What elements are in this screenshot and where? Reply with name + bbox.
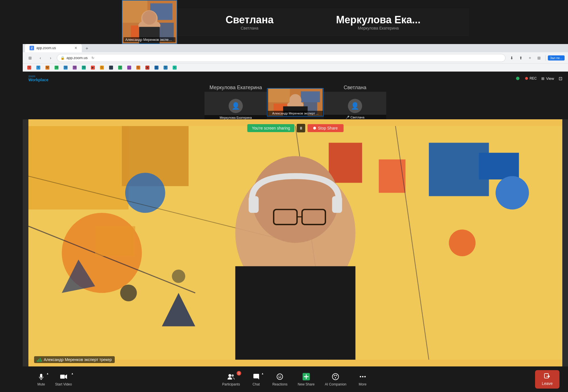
zoom-logo-bottom: Workplace	[28, 78, 49, 82]
main-video: You're screen sharing ⏸ Stop Share	[28, 119, 562, 366]
top-name-cards: Светлана Светлана Меркулова Ека... Мерку…	[177, 8, 469, 36]
chat-icon	[252, 372, 261, 381]
new-window-btn[interactable]: ＋	[526, 54, 534, 62]
svg-rect-26	[329, 143, 362, 183]
toolbar-center: 3 Participants ▲ Chat	[218, 370, 373, 389]
bookmark-favicon-9: G	[100, 66, 104, 70]
bookmark-item-11[interactable]: Y	[116, 64, 124, 71]
bookmark-item-2[interactable]: Y	[34, 64, 43, 71]
bookmark-item-3[interactable]: M	[43, 64, 52, 71]
browser-nav-bar: ⊞ ‹ › 🔒 app.zoom.us ↻ ⬇ ⬆ ＋ ⊞ Зал пе...	[23, 52, 568, 64]
chat-caret[interactable]: ▲	[261, 372, 264, 375]
bookmark-item-4[interactable]: 39	[52, 64, 61, 71]
p1-name: Меркулова Екатерина	[210, 85, 262, 91]
mute-icon	[37, 372, 46, 381]
reactions-btn[interactable]: Reactions	[268, 370, 291, 389]
tab-close[interactable]: ✕	[74, 46, 77, 50]
profile-btn[interactable]: Зал пе...	[548, 55, 565, 61]
bookmark-item-9[interactable]: G	[98, 64, 106, 71]
video-caret[interactable]: ▲	[71, 372, 74, 375]
video-btn[interactable]: ▲ Start Video	[51, 370, 76, 389]
zoom-more-btn[interactable]: ⊡	[559, 76, 562, 81]
svg-rect-37	[95, 226, 135, 256]
ai-companion-btn[interactable]: AI Companion	[321, 370, 350, 389]
forward-btn[interactable]: ›	[47, 54, 55, 62]
bookmark-item-16[interactable]: Y	[161, 64, 170, 71]
bookmark-item[interactable]: Y	[25, 64, 34, 71]
svg-marker-47	[65, 374, 67, 379]
status-dot	[516, 77, 519, 80]
rec-label: REC	[530, 76, 537, 80]
bookmark-favicon-13: G	[136, 66, 140, 70]
bookmark-item-5[interactable]: 39	[61, 64, 70, 71]
svg-point-7	[143, 11, 156, 25]
bookmark-favicon-2: Y	[36, 66, 40, 70]
url-bar[interactable]: 🔒 app.zoom.us ↻	[57, 54, 506, 62]
new-tab-btn[interactable]: ＋	[83, 44, 91, 52]
svg-rect-11	[301, 91, 320, 102]
video-icon	[59, 372, 68, 381]
connection-status	[516, 77, 521, 80]
mute-btn[interactable]: ▲ Mute	[31, 370, 51, 389]
bookmark-favicon-17: +	[173, 66, 177, 70]
bookmark-item-12[interactable]: ...	[125, 64, 133, 71]
bookmark-item-10[interactable]: M	[107, 64, 115, 71]
participant-tile-1[interactable]: 👤 Меркулова Екатерина	[204, 92, 267, 120]
audio-bar-3	[40, 358, 41, 362]
sidebar-toggle-btn[interactable]: ⊞	[26, 54, 34, 62]
more-icon	[358, 372, 367, 381]
lock-icon: 🔒	[60, 56, 65, 60]
audio-bar-1	[37, 360, 38, 362]
bookmark-item-8[interactable]: ▶	[89, 64, 97, 71]
leave-btn[interactable]: Leave	[535, 370, 559, 389]
more-label: More	[359, 382, 366, 386]
top-name-svetlana: Светлана	[208, 14, 291, 26]
svg-rect-41	[332, 196, 342, 213]
bookmark-favicon-16: Y	[164, 66, 168, 70]
svg-rect-46	[60, 375, 65, 379]
rec-indicator: REC	[525, 76, 537, 80]
share-btn[interactable]: ⬆	[517, 54, 525, 62]
reload-icon[interactable]: ↻	[91, 56, 94, 60]
stop-share-btn[interactable]: Stop Share	[308, 124, 343, 132]
bookmark-favicon-6: 39	[73, 66, 77, 70]
view-btn[interactable]: ⊞ View	[541, 76, 554, 81]
rec-dot	[525, 77, 528, 80]
bookmark-item-17[interactable]: +	[170, 64, 179, 71]
more-btn[interactable]: More	[353, 370, 373, 389]
participants-btn[interactable]: 3 Participants	[218, 370, 244, 389]
pause-share-btn[interactable]: ⏸	[297, 124, 305, 132]
bookmark-item-6[interactable]: 39	[70, 64, 79, 71]
top-sublabel-merkul: Меркулова Екатерина	[358, 26, 399, 30]
bookmark-favicon-11: Y	[118, 66, 122, 70]
back-btn[interactable]: ‹	[36, 54, 44, 62]
bookmark-item-7[interactable]: 39	[80, 64, 88, 71]
participant-tile-2[interactable]: Александр Меренков эксперт ...	[267, 88, 324, 116]
bookmark-favicon-15: E	[154, 66, 158, 70]
bookmark-item-15[interactable]: E	[152, 64, 161, 71]
bookmark-item-13[interactable]: G	[134, 64, 143, 71]
bookmark-item-14[interactable]: ●	[143, 64, 152, 71]
svg-point-56	[360, 376, 361, 378]
toolbar-left: ▲ Mute ▲	[31, 370, 76, 389]
top-sublabel-svetlana: Светлана	[241, 26, 258, 30]
bookmark-favicon-5: 39	[64, 66, 68, 70]
ai-companion-icon	[331, 372, 340, 381]
bookmark-favicon-4: 39	[55, 66, 59, 70]
browser-tab[interactable]: Z app.zoom.us ✕	[25, 44, 82, 52]
chat-btn[interactable]: ▲ Chat	[246, 370, 266, 389]
bookmark-favicon-1: Y	[27, 66, 31, 70]
participant-col-3: Светлана 👤 🎤 Светлана	[324, 85, 386, 120]
download-btn[interactable]: ⬇	[508, 54, 516, 62]
participant-strip: Меркулова Екатерина 👤 Меркулова Екатерин…	[23, 85, 568, 119]
participant-tile-3[interactable]: 👤 🎤 Светлана	[324, 92, 386, 120]
audio-bar-2	[38, 359, 39, 362]
audio-bar-4	[41, 360, 42, 362]
new-share-btn[interactable]: New Share	[294, 370, 318, 389]
svg-rect-10	[268, 89, 290, 102]
extensions-btn[interactable]: ⊞	[535, 54, 543, 62]
tab-favicon: Z	[30, 46, 34, 50]
participant-col-2: Александр Меренков эксперт ...	[267, 88, 324, 116]
svg-rect-40	[249, 196, 259, 213]
mute-caret[interactable]: ▲	[46, 372, 49, 375]
